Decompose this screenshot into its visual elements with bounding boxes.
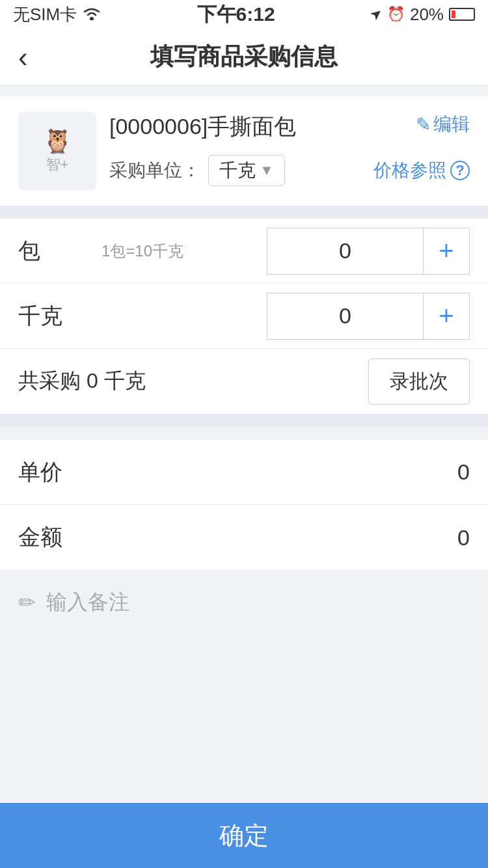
- input-section: 包 1包=10千克 + 千克 +: [0, 219, 488, 349]
- bao-plus-button[interactable]: +: [423, 228, 470, 275]
- edit-button[interactable]: ✎ 编辑: [416, 112, 470, 137]
- summary-row: 共采购 0 千克 录批次: [0, 349, 488, 414]
- unit-left: 采购单位： 千克 ▼: [109, 155, 285, 186]
- bao-row: 包 1包=10千克 +: [0, 219, 488, 284]
- summary-text: 共采购 0 千克: [18, 367, 146, 396]
- record-batch-button[interactable]: 录批次: [368, 359, 470, 405]
- remark-placeholder: 输入备注: [46, 588, 129, 617]
- danjia-value: 0: [457, 459, 470, 485]
- product-logo: 🦉 智+: [18, 112, 96, 190]
- remark-section[interactable]: ✏ 输入备注: [0, 570, 488, 635]
- edit-label: 编辑: [433, 112, 470, 137]
- product-info: [0000006]手撕面包 ✎ 编辑 采购单位： 千克 ▼ 价格参照 ?: [109, 112, 470, 186]
- page-title: 填写商品采购信息: [150, 41, 338, 73]
- status-right: ➤ ⏰ 20%: [370, 5, 475, 25]
- wifi-icon: [82, 5, 102, 25]
- confirm-button[interactable]: 确定: [0, 803, 488, 868]
- remark-input-area[interactable]: ✏ 输入备注: [18, 588, 470, 617]
- qianke-label: 千克: [18, 301, 96, 331]
- product-unit-row: 采购单位： 千克 ▼ 价格参照 ?: [109, 155, 470, 186]
- bao-sublabel: 1包=10千克: [102, 241, 183, 262]
- jine-row: 金额 0: [0, 505, 488, 570]
- product-logo-text: 🦉 智+: [43, 128, 72, 174]
- divider-2: [0, 414, 488, 427]
- jine-label: 金额: [18, 522, 62, 552]
- unit-value: 千克: [219, 158, 256, 183]
- product-name: [0000006]手撕面包: [109, 112, 416, 142]
- jine-value: 0: [457, 525, 470, 550]
- status-bar: 无SIM卡 下午6:12 ➤ ⏰ 20%: [0, 0, 488, 29]
- empty-area: [0, 635, 488, 830]
- bao-input-group: +: [267, 228, 470, 275]
- edit-icon: ✎: [416, 114, 431, 135]
- status-left: 无SIM卡: [13, 3, 102, 26]
- nav-bar: ‹ 填写商品采购信息: [0, 29, 488, 86]
- qianke-input-group: +: [267, 293, 470, 340]
- unit-label: 采购单位：: [109, 158, 200, 183]
- back-button[interactable]: ‹: [18, 43, 28, 72]
- product-header: [0000006]手撕面包 ✎ 编辑: [109, 112, 470, 142]
- alarm-icon: ⏰: [387, 6, 405, 23]
- unit-select[interactable]: 千克 ▼: [208, 155, 285, 186]
- price-ref-label: 价格参照: [373, 158, 446, 183]
- price-section: 单价 0 金额 0: [0, 440, 488, 570]
- battery-percent: 20%: [410, 5, 444, 25]
- pencil-icon: ✏: [18, 590, 36, 615]
- dropdown-icon: ▼: [260, 162, 274, 179]
- product-section: 🦉 智+ [0000006]手撕面包 ✎ 编辑 采购单位： 千克 ▼ 价格参照 …: [0, 96, 488, 206]
- svg-point-0: [90, 17, 94, 20]
- help-icon: ?: [450, 161, 470, 180]
- bao-label: 包: [18, 236, 96, 266]
- bao-input[interactable]: [267, 228, 423, 275]
- danjia-label: 单价: [18, 457, 62, 487]
- carrier-text: 无SIM卡: [13, 3, 77, 26]
- divider-1: [0, 206, 488, 219]
- qianke-plus-button[interactable]: +: [423, 293, 470, 340]
- danjia-row: 单价 0: [0, 440, 488, 505]
- price-ref-button[interactable]: 价格参照 ?: [373, 158, 470, 183]
- qianke-input[interactable]: [267, 293, 423, 340]
- location-icon: ➤: [366, 4, 386, 24]
- battery-icon: [449, 8, 475, 21]
- qianke-row: 千克 +: [0, 284, 488, 349]
- status-time: 下午6:12: [197, 1, 275, 28]
